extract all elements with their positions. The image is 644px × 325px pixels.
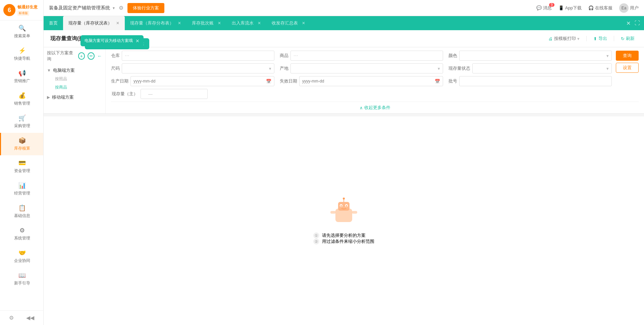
warehouse-control[interactable]: ··· — [122, 51, 274, 61]
filter-arrow-icon[interactable]: ← — [97, 53, 102, 59]
sidebar-item-basic[interactable]: 📋 基础信息 — [0, 200, 43, 223]
tab-batch-account[interactable]: 库存批次账 ✕ — [186, 16, 226, 30]
scheme-group-mobile-header[interactable]: ▶ 移动端方案 — [47, 93, 102, 102]
tab-bar: 首页 现存量（库存状况表） ✕ 现存量（库存分布表） ✕ 库存批次账 ✕ 出入库… — [44, 16, 644, 30]
origin-control[interactable]: ▾ — [290, 63, 443, 73]
expiry-date-calendar-icon[interactable]: 📅 — [435, 79, 440, 84]
expiry-date-input[interactable] — [302, 79, 433, 84]
operations-icon: 📊 — [18, 182, 26, 189]
empty-state: ① 请先选择要分析的方案 ② 用过滤条件来缩小分析范围 — [44, 116, 644, 325]
scheme-item-按照品[interactable]: 按照品 — [47, 75, 102, 83]
batch-no-control[interactable] — [459, 76, 612, 86]
experience-button[interactable]: 体验行业方案 — [127, 3, 164, 13]
production-date-label: 生产日期 — [111, 78, 128, 84]
origin-label: 产地 — [280, 65, 288, 71]
logo-text-area: 畅通好生意 标准版 — [17, 4, 38, 16]
stock-status-control[interactable]: ▾ — [472, 63, 612, 73]
size-control[interactable]: ▾ — [122, 63, 274, 73]
sidebar-item-purchase[interactable]: 🛒 采购管理 — [0, 110, 43, 133]
tab-expand-icon[interactable]: ⛶ — [633, 19, 641, 28]
inventory-main-control[interactable]: — — [141, 89, 208, 99]
notification-action[interactable]: 💬 消息 9 — [536, 5, 552, 11]
online-support-action[interactable]: 🎧 在线客服 — [588, 5, 612, 11]
sidebar-item-marketing[interactable]: 📢 营销推广 — [0, 65, 43, 88]
sidebar-item-operations[interactable]: 📊 经营管理 — [0, 178, 43, 200]
production-date-input[interactable] — [133, 79, 265, 84]
svg-point-4 — [340, 205, 342, 207]
filter-form-area: 仓库 ··· 商品 ··· — [106, 47, 644, 113]
sidebar-item-system[interactable]: ⚙ 系统管理 — [0, 223, 43, 245]
goods-control[interactable]: ··· — [290, 51, 443, 61]
scheme-item-按商品[interactable]: 按商品 — [47, 83, 102, 92]
app-badge: 标准版 — [17, 11, 29, 16]
refresh-btn[interactable]: ↻ 刷新 — [618, 34, 637, 43]
basic-icon: 📋 — [18, 204, 26, 212]
search-button[interactable]: 查询 — [616, 51, 639, 61]
basic-label: 基础信息 — [14, 213, 30, 219]
filter-edit-button[interactable]: ✏ 这里可以创建和修改方案哦 ✕ — [88, 52, 95, 60]
color-control[interactable]: ▾ — [459, 51, 612, 61]
filter-add-button[interactable]: + — [78, 52, 85, 60]
system-title: 装备及固定资产辅助管理系统 — [49, 5, 110, 11]
collapse-sidebar-icon[interactable]: ◀◀ — [26, 315, 34, 321]
tab-close-all-icon[interactable]: ✕ — [625, 19, 632, 28]
scheme-group-mobile-arrow: ▶ — [47, 95, 50, 100]
sidebar-item-guide[interactable]: 📖 新手引导 — [0, 268, 43, 290]
svg-point-5 — [346, 205, 347, 207]
inventory-icon: 📦 — [18, 137, 26, 144]
scheme-group-pc-header[interactable]: ▼ 电脑端方案 — [47, 66, 102, 75]
purchase-label: 采购管理 — [14, 123, 30, 129]
goods-label: 商品 — [280, 53, 288, 59]
page-actions: 🖨 按模板打印 ▾ ⬆ 导出 ↻ 刷新 — [546, 34, 637, 43]
form-row-2: 尺码 ▾ 产地 ▾ — [111, 63, 612, 73]
settings-button[interactable]: 设置 — [616, 63, 639, 73]
sidebar-item-sales[interactable]: 💰 销售管理 — [0, 88, 43, 110]
sidebar-item-search[interactable]: 🔍 搜索菜单 — [0, 20, 43, 43]
pc-tooltip-close[interactable]: ✕ — [136, 38, 140, 44]
system-title-dropdown-icon[interactable]: ▾ — [113, 6, 115, 10]
filter-query-label: 按以下方案查询 — [47, 50, 75, 62]
field-expiry-date: 失效日期 📅 — [280, 76, 443, 86]
expiry-date-control[interactable]: 📅 — [299, 76, 443, 86]
svg-point-9 — [343, 198, 345, 200]
refresh-icon: ↻ — [621, 36, 625, 41]
sidebar: 6 畅通好生意 标准版 🔍 搜索菜单 ⚡ 快捷导航 📢 营销推广 💰 销售管理 … — [0, 0, 44, 325]
quicknav-icon: ⚡ — [18, 47, 26, 54]
top-header: 装备及固定资产辅助管理系统 ▾ ⚙ 体验行业方案 💬 消息 9 📱 App下载 … — [44, 0, 644, 16]
pc-tooltip: 电脑方案可设为移动方案哦 ✕ — [80, 35, 144, 46]
export-btn[interactable]: ⬆ 导出 — [591, 34, 610, 43]
purchase-icon: 🛒 — [18, 114, 26, 122]
size-dropdown-icon: ▾ — [269, 66, 271, 71]
sidebar-item-inventory[interactable]: 📦 库存核算 — [0, 133, 43, 155]
tab-home[interactable]: 首页 — [44, 16, 63, 30]
app-download-action[interactable]: 📱 App下载 — [558, 5, 582, 11]
tab-close-inventory-distribution[interactable]: ✕ — [178, 21, 181, 25]
tab-close-batch-account[interactable]: ✕ — [218, 21, 221, 25]
tab-close-inventory-status[interactable]: ✕ — [116, 21, 119, 25]
sidebar-item-quicknav[interactable]: ⚡ 快捷导航 — [0, 43, 43, 65]
tab-inventory-status[interactable]: 现存量（库存状况表） ✕ — [63, 16, 125, 30]
production-date-control[interactable]: 📅 — [130, 76, 274, 86]
tab-inventory-distribution[interactable]: 现存量（库存分布表） ✕ — [125, 16, 186, 30]
settings-bottom-icon[interactable]: ⚙ — [9, 315, 14, 321]
field-size: 尺码 ▾ — [111, 63, 274, 73]
user-action[interactable]: Ea 用户 — [619, 3, 639, 13]
field-stock-status: 现存量状态 ▾ — [448, 63, 612, 73]
tab-close-flow[interactable]: ✕ — [258, 21, 261, 25]
quicknav-label: 快捷导航 — [14, 56, 30, 61]
tab-summary[interactable]: 收发存汇总表 ✕ — [266, 16, 311, 30]
step-1-text: 请先选择要分析的方案 — [322, 232, 366, 238]
header-settings-icon[interactable]: ⚙ — [119, 5, 123, 11]
filter-header: 按以下方案查询 + ✏ 这里可以创建和修改方案哦 ✕ — [47, 50, 102, 62]
sidebar-item-cooperation[interactable]: 🤝 企业协同 — [0, 245, 43, 268]
scheme-group-pc-arrow: ▼ — [47, 68, 51, 73]
tab-close-summary[interactable]: ✕ — [302, 21, 305, 25]
tab-flow[interactable]: 出入库流水 ✕ — [226, 16, 266, 30]
sidebar-item-finance[interactable]: 💳 资金管理 — [0, 155, 43, 178]
message-icon: 💬 — [536, 5, 542, 10]
production-date-calendar-icon[interactable]: 📅 — [266, 79, 271, 84]
print-template-btn[interactable]: 🖨 按模板打印 ▾ — [546, 34, 582, 43]
collapse-more-btn[interactable]: ∧ 收起更多条件 — [111, 102, 639, 113]
goods-more-icon: ··· — [293, 53, 298, 59]
scheme-group-pc: ▼ 电脑端方案 按照品 按商品 — [47, 66, 102, 92]
